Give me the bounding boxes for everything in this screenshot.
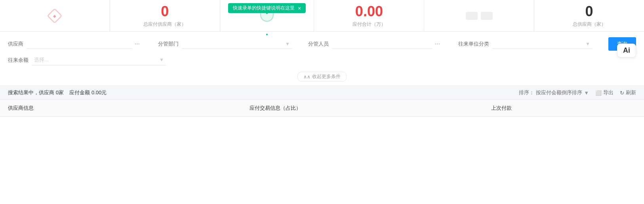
export-icon: ⬜ [595,90,602,96]
result-amount: 0.00元 [91,90,107,95]
result-count: 0家 [56,90,64,95]
stat-icons-placeholder [424,0,534,31]
refresh-button[interactable]: ↻ 刷新 [620,89,636,96]
tooltip-dot [265,33,269,36]
stat-total-suppliers: 0 总供应商（家） [534,0,644,31]
diamond-icon: ◆ [45,6,65,26]
sort-label: 排序： [519,89,534,96]
table-body [0,117,644,204]
result-bar: 搜索结果中，供应商 0家 应付金额 0.00元 排序： 按应付会额倒序排序 ▼ … [0,86,644,100]
filter-row-2: 往来余额 选择... ▼ [8,55,166,65]
refresh-icon: ↻ [620,90,624,96]
payable-suppliers-label: 总应付供应商（家） [143,21,186,28]
balance-label: 往来余额 [8,57,29,64]
dept-chevron-icon: ▼ [285,41,290,47]
result-amount-prefix: 应付金额 [69,90,90,95]
stats-section: ◆ 0 总应付供应商（家） 快速录单的快捷键说明在这里 × 0.00 应付合计（… [0,0,644,32]
sort-select[interactable]: 排序： 按应付会额倒序排序 ▼ [519,89,589,96]
table-section: 供应商信息 应付交易信息（占比） 上次付款 [0,100,644,204]
th-trade: 应付交易信息（占比） [250,105,491,112]
table-header: 供应商信息 应付交易信息（占比） 上次付款 [0,100,644,117]
dept-filter: 分管部门 ▼ [158,40,292,49]
stat-payable-suppliers: 0 总应付供应商（家） [110,0,220,31]
result-info: 搜索结果中，供应商 0家 应付金额 0.00元 [8,89,107,96]
unit-label: 往来单位分类 [458,40,489,48]
collapse-button[interactable]: ∧∧ 收起更多条件 [297,72,347,82]
balance-chevron-icon: ▼ [159,57,164,63]
payable-suppliers-value: 0 [161,4,169,19]
balance-filter: 往来余额 选择... ▼ [8,55,166,65]
sort-chevron-icon: ▼ [584,90,589,96]
person-filter: 分管人员 ··· [308,39,442,49]
svg-text:◆: ◆ [53,14,56,18]
supplier-dots[interactable]: ··· [132,40,142,48]
dept-select[interactable]: ▼ [182,40,292,49]
dept-label: 分管部门 [158,40,179,48]
payable-total-value: 0.00 [355,4,383,19]
tooltip-text: 快速录单的快捷键说明在这里 [233,5,295,11]
collapse-up-icon: ∧∧ [303,74,311,80]
balance-select[interactable]: 选择... ▼ [32,55,166,65]
supplier-label: 供应商 [8,40,23,48]
unit-select[interactable]: ▼ [492,40,593,49]
supplier-input[interactable] [27,39,132,49]
tooltip-bar[interactable]: 快速录单的快捷键说明在这里 × [228,3,306,13]
refresh-label: 刷新 [626,89,636,96]
total-suppliers-label: 总供应商（家） [573,21,606,28]
person-dots[interactable]: ··· [433,40,442,48]
diamond-icon-block: ◆ [0,0,110,31]
ai-badge[interactable]: Ai [617,44,636,57]
result-prefix: 搜索结果中，供应商 [8,90,54,95]
tooltip-close-button[interactable]: × [298,6,301,11]
result-actions: 排序： 按应付会额倒序排序 ▼ ⬜ 导出 ↻ 刷新 [519,89,636,96]
th-supplier: 供应商信息 [8,105,250,112]
export-button[interactable]: ⬜ 导出 [595,89,614,96]
sort-value: 按应付会额倒序排序 [536,89,582,96]
payable-total-label: 应付合计（万） [352,21,386,28]
person-input[interactable] [332,39,433,49]
total-suppliers-value: 0 [585,4,593,19]
person-label: 分管人员 [308,40,329,48]
balance-placeholder: 选择... [34,56,159,63]
collapse-text: 收起更多条件 [312,73,341,80]
export-label: 导出 [603,89,614,96]
supplier-filter: 供应商 ··· [8,39,142,49]
unit-chevron-icon: ▼ [585,41,590,47]
filter-row-1: 供应商 ··· 分管部门 ▼ 分管人员 ··· 往来单位分类 ▼ [8,37,636,51]
th-lastpay: 上次付款 [491,105,636,112]
filter-section: 供应商 ··· 分管部门 ▼ 分管人员 ··· 往来单位分类 ▼ [0,32,644,86]
stat-payable-total: 0.00 应付合计（万） [314,0,424,31]
bag-icon-block: 快速录单的快捷键说明在这里 × [220,0,314,31]
collapse-bar: ∧∧ 收起更多条件 [8,69,636,86]
unit-filter: 往来单位分类 ▼ [458,40,593,49]
